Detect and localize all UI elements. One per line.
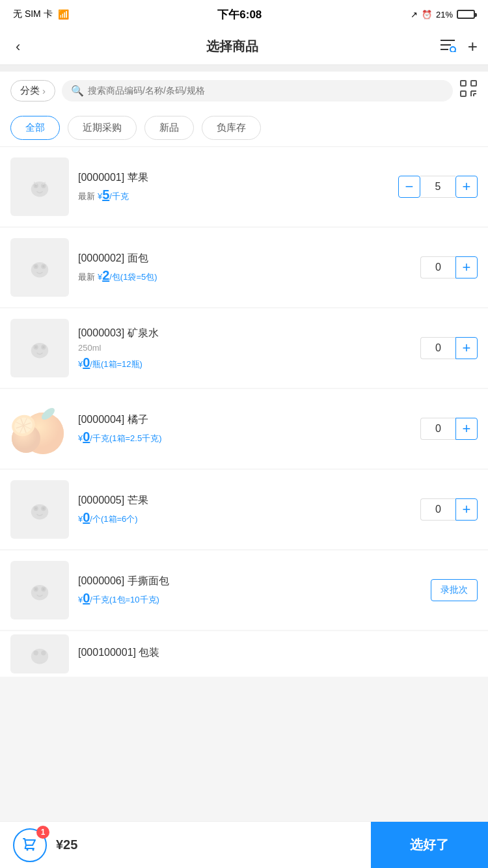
svg-point-15 [35,185,37,187]
list-item: [0000003] 矿泉水 250ml ¥0/瓶(1箱=12瓶) + [0,308,488,388]
tab-all[interactable]: 全部 [10,116,60,140]
product-price-0000005: ¥0/个(1箱=6个) [78,510,411,525]
tab-negative[interactable]: 负库存 [202,116,261,140]
product-image-0000005 [10,480,69,539]
search-icon: 🔍 [71,85,84,97]
product-list: [0000001] 苹果 最新 ¥5/千克 − + [0,147,488,730]
product-info-0000003: [0000003] 矿泉水 250ml ¥0/瓶(1箱=12瓶) [78,327,411,370]
no-sim-text: 无 SIM 卡 [13,8,53,20]
back-button[interactable]: ‹ [10,33,25,61]
cart-button[interactable]: 1 [13,828,47,862]
list-item: [0000001] 苹果 最新 ¥5/千克 − + [0,147,488,226]
nav-actions: + [439,36,478,57]
svg-point-51 [27,848,29,850]
product-info-0000005: [0000005] 芒果 ¥0/个(1箱=6个) [78,494,411,525]
list-item: [0000002] 面包 最新 ¥2/包(1袋=5包) + [0,228,488,307]
svg-point-49 [33,651,38,655]
bottom-bar: 1 ¥25 选好了 [0,821,488,868]
plus-button-0000004[interactable]: + [455,418,478,440]
product-image-000100001 [10,634,69,673]
cart-total: ¥25 [56,837,77,852]
svg-point-3 [450,47,455,52]
product-name-0000006: [0000006] 手撕面包 [78,575,422,588]
wifi-icon: 📶 [58,9,69,20]
product-info-0000004: [0000004] 橘子 ¥0/千克(1箱=2.5千克) [78,413,411,444]
add-icon[interactable]: + [468,36,478,57]
filter-icon[interactable] [439,38,456,56]
batch-button-0000006[interactable]: 录批次 [431,579,478,601]
qty-input-0000001[interactable] [420,176,455,198]
list-item: [000100001] 包装 [0,631,488,677]
qty-control-0000004: + [420,418,478,440]
product-info-000100001: [000100001] 包装 [78,646,478,662]
cart-section: 1 ¥25 [0,828,371,862]
product-price-0000001: 最新 ¥5/千克 [78,187,389,202]
svg-point-26 [42,346,44,348]
qty-input-0000002[interactable] [420,256,455,278]
list-item: [0000004] 橘子 ¥0/千克(1箱=2.5千克) + [0,389,488,468]
qty-control-0000005: + [420,498,478,521]
tab-recent[interactable]: 近期采购 [68,116,137,140]
page-title: 选择商品 [206,38,258,55]
scan-icon[interactable] [459,79,478,102]
svg-point-42 [42,508,44,509]
product-name-0000001: [0000001] 苹果 [78,171,389,185]
product-image-0000002 [10,238,69,297]
svg-point-46 [35,588,37,590]
product-name-000100001: [000100001] 包装 [78,646,478,660]
category-label: 分类 [20,85,40,97]
plus-button-0000005[interactable]: + [455,498,478,521]
confirm-button[interactable]: 选好了 [371,822,488,869]
qty-input-0000005[interactable] [420,498,455,521]
qty-input-0000003[interactable] [420,337,455,359]
status-right: ↗ ⏰ 21% [411,10,475,20]
product-name-0000004: [0000004] 橘子 [78,413,411,427]
svg-point-48 [31,649,48,664]
qty-input-0000004[interactable] [420,418,455,440]
svg-rect-7 [461,91,466,96]
svg-point-52 [33,848,34,850]
minus-button-0000001[interactable]: − [398,176,420,198]
product-price-0000006: ¥0/千克(1包=10千克) [78,591,422,606]
status-time: 下午6:08 [217,7,262,22]
svg-point-43 [31,585,48,600]
tab-new[interactable]: 新品 [144,116,194,140]
product-info-0000001: [0000001] 苹果 最新 ¥5/千克 [78,171,389,202]
svg-point-21 [42,265,44,267]
svg-point-25 [35,346,37,348]
svg-rect-6 [471,81,476,86]
product-info-0000002: [0000002] 面包 最新 ¥2/包(1袋=5包) [78,252,411,283]
location-icon: ↗ [411,10,418,20]
product-image-0000001 [10,157,69,216]
qty-control-0000002: + [420,256,478,278]
qty-control-0000001: − + [398,176,478,198]
svg-point-38 [31,504,48,519]
svg-rect-5 [461,81,466,86]
search-input[interactable] [88,85,444,96]
alarm-icon: ⏰ [422,10,432,20]
product-price-0000004: ¥0/千克(1箱=2.5千克) [78,429,411,444]
product-price-0000003: ¥0/瓶(1箱=12瓶) [78,355,411,370]
battery-text: 21% [436,10,453,20]
product-info-0000006: [0000006] 手撕面包 ¥0/千克(1包=10千克) [78,575,422,606]
filter-bar: 分类 › 🔍 [0,72,488,109]
status-left: 无 SIM 卡 📶 [13,8,69,20]
status-bar: 无 SIM 卡 📶 下午6:08 ↗ ⏰ 21% [0,0,488,29]
plus-button-0000003[interactable]: + [455,337,478,359]
list-item: [0000006] 手撕面包 ¥0/千克(1包=10千克) 录批次 [0,550,488,630]
category-button[interactable]: 分类 › [10,80,55,102]
svg-line-4 [455,51,456,52]
product-spec-0000003: 250ml [78,343,411,353]
product-name-0000005: [0000005] 芒果 [78,494,411,508]
nav-bar: ‹ 选择商品 + [0,29,488,65]
tabs-bar: 全部 近期采购 新品 负库存 [0,109,488,147]
svg-point-12 [31,182,48,197]
divider [0,65,488,72]
svg-point-20 [35,265,37,267]
plus-button-0000001[interactable]: + [455,176,478,198]
product-image-0000006 [10,561,69,619]
plus-button-0000002[interactable]: + [455,256,478,278]
product-image-0000003 [10,319,69,377]
svg-point-22 [31,343,48,358]
chevron-right-icon: › [42,85,46,96]
